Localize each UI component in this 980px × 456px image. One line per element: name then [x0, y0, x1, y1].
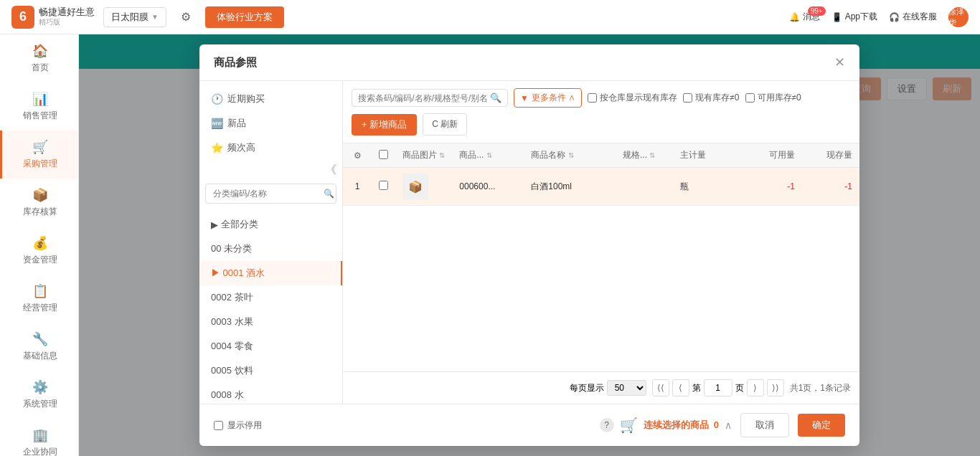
nav-dropdown[interactable]: 日太阳膜 ▼ [103, 7, 166, 27]
cart-icon: 🛒 [620, 417, 638, 434]
modal-body: 🕐 近期购买 🆕 新品 ⭐ 频次高 《 [199, 81, 859, 404]
last-page-button[interactable]: ⟩⟩ [767, 379, 784, 396]
warehouse-stock-checkbox[interactable]: 按仓库显示现有库存 [588, 92, 677, 104]
product-search-box[interactable]: 🔍 [352, 89, 508, 107]
prev-page-button[interactable]: ⟨ [672, 379, 689, 396]
per-page-select[interactable]: 10 20 50 100 [607, 380, 646, 396]
layout: 🏠 首页 📊 销售管理 🛒 采购管理 📦 库存核算 💰 资金管理 📋 经营管理 … [0, 34, 980, 456]
logo-icon: 6 [11, 6, 34, 29]
modal-header: 商品参照 ✕ [199, 44, 859, 81]
filter-icon: ▼ [520, 93, 529, 103]
cart-info: ? 🛒 连续选择的商品 0 ∧ [600, 417, 732, 434]
avatar: 徐泽华 [948, 7, 969, 27]
collapse-cart-button[interactable]: ∧ [725, 419, 732, 431]
new-product-item[interactable]: 🆕 新品 [199, 111, 342, 136]
category-item-00[interactable]: 00 未分类 [199, 237, 342, 261]
row-checkbox[interactable] [379, 181, 388, 190]
sidebar-item-operations[interactable]: 📋 经营管理 [0, 275, 78, 323]
show-disabled-checkbox[interactable]: 显示停用 [214, 419, 262, 432]
row-checkbox-cell [372, 168, 395, 206]
product-stock-cell: -1 [802, 168, 859, 206]
user-profile[interactable]: 徐泽华 [948, 7, 969, 27]
sidebar-item-purchase[interactable]: 🛒 采购管理 [0, 130, 78, 179]
product-search-input[interactable] [358, 93, 487, 103]
product-spec-cell [616, 168, 673, 206]
sort-icon: ⇅ [649, 151, 655, 159]
per-page-selector: 每页显示 10 20 50 100 [570, 380, 646, 396]
category-all[interactable]: ▶ 全部分类 [199, 212, 342, 237]
product-name-cell: 白酒100ml [524, 168, 616, 206]
home-icon: 🏠 [32, 43, 48, 59]
col-name[interactable]: 商品名称 ⇅ [524, 143, 616, 168]
col-spec[interactable]: 规格... ⇅ [616, 143, 673, 168]
product-thumbnail: 📦 [402, 174, 428, 199]
col-image[interactable]: 商品图片 ⇅ [395, 143, 452, 168]
col-avail: 可用量 [730, 143, 802, 168]
inventory-icon: 📦 [32, 187, 48, 203]
col-settings[interactable]: ⚙ [343, 143, 372, 168]
logo-badge: 精巧版 [39, 17, 95, 27]
system-icon: ⚙️ [32, 379, 48, 395]
phone-icon: 📱 [831, 12, 842, 22]
product-unit-cell: 瓶 [673, 168, 730, 206]
next-page-button[interactable]: ⟩ [747, 379, 764, 396]
add-product-button[interactable]: + 新增商品 [352, 114, 417, 136]
product-avail-cell: -1 [730, 168, 802, 206]
sidebar-item-basic-info[interactable]: 🔧 基础信息 [0, 323, 78, 371]
page-number-input[interactable] [704, 379, 732, 396]
product-table: ⚙ 商品图片 ⇅ [343, 143, 859, 206]
category-item-0008[interactable]: 0008 水 [199, 383, 342, 404]
first-page-button[interactable]: ⟨⟨ [652, 379, 669, 396]
operations-icon: 📋 [32, 283, 48, 299]
enterprise-icon: 🏢 [32, 427, 48, 443]
refresh-button[interactable]: C 刷新 [423, 113, 467, 136]
available-stock-checkbox[interactable]: 可用库存≠0 [745, 92, 801, 104]
search-icon[interactable]: 🔍 [490, 92, 501, 103]
product-image-cell: 📦 [395, 168, 452, 206]
sidebar-item-inventory[interactable]: 📦 库存核算 [0, 179, 78, 227]
col-unit[interactable]: 主计量 [673, 143, 730, 168]
navbar: 6 畅捷通好生意 精巧版 日太阳膜 ▼ ⚙ 体验行业方案 🔔 消息 99+ 📱 … [0, 0, 980, 34]
cancel-button[interactable]: 取消 [740, 413, 789, 437]
help-icon[interactable]: ? [600, 418, 614, 432]
modal-close-button[interactable]: ✕ [834, 54, 845, 70]
current-stock-checkbox[interactable]: 现有库存≠0 [683, 92, 739, 104]
category-search-input[interactable] [213, 189, 321, 199]
category-item-0005[interactable]: 0005 饮料 [199, 358, 342, 383]
more-filters-button[interactable]: ▼ 更多条件 ∧ [514, 88, 582, 108]
chevron-down-icon: ▼ [151, 13, 159, 21]
finance-icon: 💰 [32, 235, 48, 251]
row-index: 1 [343, 168, 372, 206]
select-all-checkbox[interactable] [379, 150, 388, 159]
category-item-0003[interactable]: 0003 水果 [199, 310, 342, 334]
modal-footer: 显示停用 ? 🛒 连续选择的商品 0 ∧ 取消 确定 [199, 404, 859, 446]
sidebar-item-finance[interactable]: 💰 资金管理 [0, 227, 78, 275]
sidebar-item-system[interactable]: ⚙️ 系统管理 [0, 371, 78, 419]
purchase-icon: 🛒 [32, 139, 48, 155]
recent-purchase-item[interactable]: 🕐 近期购买 [199, 87, 342, 111]
left-panel: 🕐 近期购买 🆕 新品 ⭐ 频次高 《 [199, 81, 343, 404]
category-search-box[interactable]: 🔍 [205, 184, 336, 204]
clock-icon: 🕐 [211, 93, 223, 105]
messages-link[interactable]: 🔔 消息 99+ [789, 11, 820, 23]
category-item-0001[interactable]: ▶ 0001 酒水 [199, 261, 342, 285]
customer-service-link[interactable]: 🎧 在线客服 [889, 11, 937, 23]
app-download-link[interactable]: 📱 App下载 [831, 11, 877, 23]
collapse-panel-button[interactable]: 《 [325, 163, 336, 178]
sales-icon: 📊 [32, 91, 48, 107]
col-code[interactable]: 商品... ⇅ [452, 143, 524, 168]
sort-icon: ⇅ [486, 151, 492, 159]
frequent-item[interactable]: ⭐ 频次高 [199, 136, 342, 160]
pagination: 每页显示 10 20 50 100 ⟨⟨ ⟨ [343, 371, 859, 404]
category-item-0002[interactable]: 0002 茶叶 [199, 285, 342, 310]
trial-button[interactable]: 体验行业方案 [205, 6, 284, 28]
table-row[interactable]: 1 📦 [343, 168, 859, 206]
confirm-button[interactable]: 确定 [798, 414, 845, 437]
sidebar-item-home[interactable]: 🏠 首页 [0, 34, 78, 82]
category-item-0004[interactable]: 0004 零食 [199, 334, 342, 358]
sidebar-item-enterprise[interactable]: 🏢 企业协同 [0, 419, 78, 456]
settings-icon[interactable]: ⚙ [175, 6, 197, 28]
headset-icon: 🎧 [889, 12, 900, 22]
sidebar-item-sales[interactable]: 📊 销售管理 [0, 82, 78, 130]
arrow-right-icon: ▶ [211, 219, 218, 230]
